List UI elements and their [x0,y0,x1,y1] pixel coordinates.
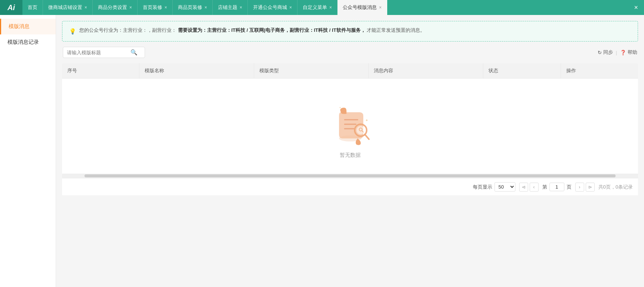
col-header-seq: 序号 [62,63,139,79]
page-number-input[interactable] [549,183,564,191]
main-layout: 模版消息模版消息记录 💡 您的公众号行业为：主营行业：，副营行业： 需要设置为：… [0,15,644,287]
toolbar-divider: | [616,50,617,55]
col-header-content: 消息内容 [369,63,483,79]
tabs-container: 首页微商城店铺设置 ×商品分类设置 ×首页装修 ×商品页装修 ×店铺主题 ×开通… [22,0,628,15]
tab-close-wshop-setting[interactable]: × [84,5,87,10]
tab-category-setting[interactable]: 商品分类设置 × [93,0,138,15]
pagination-nav-buttons: ⊲ ‹ [519,183,539,192]
svg-point-5 [357,126,365,134]
pagination-bar: 每页显示 10 20 50 100 ⊲ ‹ 第 页 [62,178,638,195]
per-page-dropdown[interactable]: 10 20 50 100 [494,182,515,192]
col-header-status: 状态 [483,63,561,79]
sidebar: 模版消息模版消息记录 [0,15,56,287]
col-header-type: 模版类型 [254,63,369,79]
page-label-before: 第 [542,184,547,190]
page-input-wrap: 第 页 [542,183,571,191]
tab-label-home-decor: 首页装修 [143,4,162,11]
top-nav: Ai 首页微商城店铺设置 ×商品分类设置 ×首页装修 ×商品页装修 ×店铺主题 … [0,0,644,15]
page-label-after: 页 [567,184,571,190]
tab-wshop-setting[interactable]: 微商城店铺设置 × [43,0,93,15]
tab-close-shop-theme[interactable]: × [240,5,242,10]
data-table: 序号模版名称模版类型消息内容状态操作 [62,63,638,79]
tab-close-product-decor[interactable]: × [204,5,207,10]
tab-close-open-mall[interactable]: × [289,5,292,10]
col-header-name: 模版名称 [139,63,254,79]
tab-home[interactable]: 首页 [22,0,43,15]
notice-text: 您的公众号行业为：主营行业：，副营行业： 需要设置为：主营行业：IT科技 / 互… [79,27,425,34]
sidebar-item-template-log[interactable]: 模版消息记录 [0,34,56,50]
table-container: 序号模版名称模版类型消息内容状态操作 [62,63,638,195]
global-close-button[interactable]: × [628,0,644,15]
help-label: 帮助 [628,49,637,56]
help-icon: ❓ [620,50,626,55]
search-input-wrap: 🔍 [63,47,145,58]
notice-suffix: 才能正常发送预置的消息。 [367,27,425,33]
app-logo: Ai [0,0,22,15]
per-page-label: 每页显示 [473,184,492,190]
search-icon[interactable]: 🔍 [130,49,138,56]
bulb-icon: 💡 [69,27,76,36]
pagination-next-buttons: › ⊳ [575,183,595,192]
toolbar-right: ↻ 同步 | ❓ 帮助 [598,49,637,56]
svg-text:✦: ✦ [365,118,368,122]
last-page-button[interactable]: ⊳ [586,183,595,192]
tab-template-msg[interactable]: 公众号模版消息 × [338,0,387,15]
notice-highlight: 需要设置为：主营行业：IT科技 / 互联网|电子商务，副营行业：IT科技 / I… [178,27,366,33]
empty-text: 暂无数据 [340,152,361,159]
tab-label-shop-theme: 店铺主题 [218,4,237,11]
sync-icon: ↻ [598,50,602,55]
content-area: 💡 您的公众号行业为：主营行业：，副营行业： 需要设置为：主营行业：IT科技 /… [56,15,644,287]
sync-button[interactable]: ↻ 同步 [598,49,613,56]
next-page-button[interactable]: › [575,183,584,192]
tab-close-home-decor[interactable]: × [164,5,167,10]
tab-close-category-setting[interactable]: × [129,5,132,10]
tab-label-home: 首页 [28,4,37,11]
tab-open-mall[interactable]: 开通公众号商城 × [248,0,298,15]
svg-text:✦: ✦ [339,106,341,109]
tab-custom-menu[interactable]: 自定义菜单 × [298,0,338,15]
col-header-action: 操作 [561,63,638,79]
tab-label-open-mall: 开通公众号商城 [253,4,287,11]
sidebar-item-template-msg[interactable]: 模版消息 [0,19,56,34]
first-page-button[interactable]: ⊲ [519,183,528,192]
tab-label-template-msg: 公众号模版消息 [343,4,377,11]
tab-shop-theme[interactable]: 店铺主题 × [213,0,248,15]
notice-box: 💡 您的公众号行业为：主营行业：，副营行业： 需要设置为：主营行业：IT科技 /… [62,21,638,42]
tab-label-category-setting: 商品分类设置 [98,4,127,11]
tab-close-template-msg[interactable]: × [379,5,382,10]
sync-label: 同步 [603,49,613,56]
total-info: 共0页，0条记录 [598,184,633,190]
tab-home-decor[interactable]: 首页装修 × [138,0,173,15]
prev-page-button[interactable]: ‹ [530,183,539,192]
empty-illustration: ✦ ✦ [328,101,373,146]
table-header-row: 序号模版名称模版类型消息内容状态操作 [62,63,638,79]
search-toolbar: 🔍 ↻ 同步 | ❓ 帮助 [62,47,638,58]
help-button[interactable]: ❓ 帮助 [620,49,637,56]
tab-close-custom-menu[interactable]: × [329,5,332,10]
tab-label-product-decor: 商品页装修 [178,4,202,11]
search-input[interactable] [67,50,130,55]
svg-line-6 [365,134,369,139]
tab-product-decor[interactable]: 商品页装修 × [173,0,213,15]
notice-prefix: 您的公众号行业为：主营行业：，副营行业： [79,27,176,33]
tab-label-custom-menu: 自定义菜单 [303,4,327,11]
scrollbar-thumb[interactable] [84,174,616,177]
per-page-select: 每页显示 10 20 50 100 [473,182,515,192]
empty-state: ✦ ✦ 暂无数据 [62,79,638,174]
horizontal-scrollbar[interactable] [62,174,638,178]
tab-label-wshop-setting: 微商城店铺设置 [48,4,82,11]
